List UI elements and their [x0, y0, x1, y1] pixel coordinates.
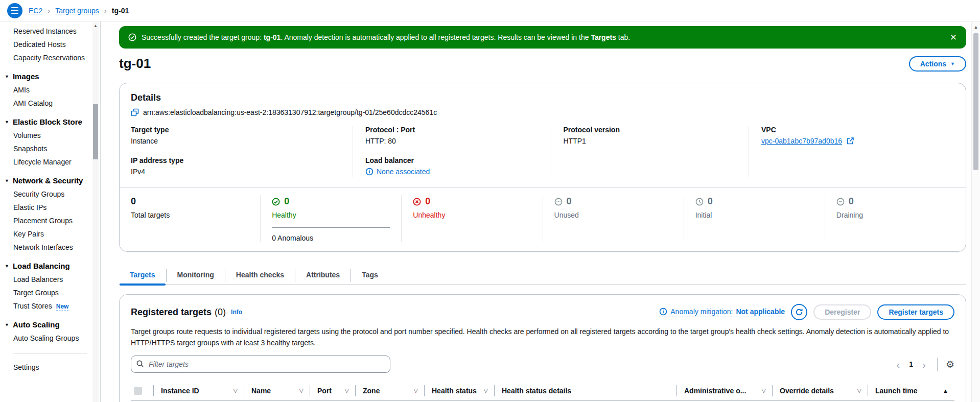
sidebar-item-volumes[interactable]: Volumes: [0, 129, 100, 142]
load-balancer-value: None associated: [377, 168, 430, 176]
sidebar-item-load-balancers[interactable]: Load Balancers: [0, 273, 100, 286]
anomaly-mitigation-label: Anomaly mitigation:: [670, 308, 733, 316]
previous-page-icon[interactable]: ‹: [893, 359, 903, 370]
sidebar-item-lifecycle-manager[interactable]: Lifecycle Manager: [0, 155, 100, 169]
info-icon: [659, 308, 667, 316]
anomalous-count: 0 Anomalous: [272, 234, 390, 242]
close-icon[interactable]: ✕: [950, 33, 957, 42]
sidebar-scrollbar[interactable]: ▲: [92, 22, 99, 402]
protocol-version-value: HTTP1: [564, 137, 749, 145]
filter-icon[interactable]: ▽: [857, 387, 861, 394]
triangle-down-icon: ▼: [5, 120, 9, 125]
sidebar-item-snapshots[interactable]: Snapshots: [0, 142, 100, 155]
sidebar-section-label: Elastic Block Store: [13, 117, 82, 126]
select-all-checkbox[interactable]: [134, 387, 142, 395]
sidebar-item-settings[interactable]: Settings: [0, 361, 100, 374]
sidebar-item-ami-catalog[interactable]: AMI Catalog: [0, 97, 100, 110]
filter-icon[interactable]: ▽: [484, 387, 488, 394]
sidebar-section-auto-scaling[interactable]: ▼Auto Scaling: [0, 318, 100, 332]
scroll-up-icon[interactable]: ▲: [92, 22, 99, 28]
sidebar-item-security-groups[interactable]: Security Groups: [0, 187, 100, 201]
target-type-value: Instance: [131, 137, 353, 145]
tab-targets[interactable]: Targets: [119, 266, 166, 285]
next-page-icon[interactable]: ›: [919, 359, 929, 370]
refresh-button[interactable]: [791, 304, 807, 320]
column-health-status-details: Health status details: [495, 387, 676, 395]
refresh-icon: [795, 308, 803, 316]
sidebar-section-load-balancing[interactable]: ▼Load Balancing: [0, 259, 100, 273]
chevron-right-icon: ›: [104, 6, 107, 15]
sidebar-divider: [13, 353, 87, 353]
tab-monitoring[interactable]: Monitoring: [167, 266, 225, 285]
anomaly-mitigation-link[interactable]: Anomaly mitigation: Not applicable: [659, 308, 785, 317]
load-balancer-none-associated-link[interactable]: None associated: [365, 168, 430, 177]
sort-ascending-icon[interactable]: ▲: [943, 388, 948, 394]
ip-address-type-value: IPv4: [131, 168, 353, 176]
pagination: ‹ 1 › ⚙: [893, 358, 954, 371]
sidebar-section-network-security[interactable]: ▼Network & Security: [0, 174, 100, 187]
filter-targets-input[interactable]: [131, 356, 390, 373]
filter-icon[interactable]: ▽: [762, 387, 766, 394]
sidebar-item-dedicated-hosts[interactable]: Dedicated Hosts: [0, 38, 100, 51]
stat-unhealthy: 0 Unhealthy: [401, 195, 542, 242]
sidebar-section-label: Load Balancing: [13, 262, 70, 270]
table-header-row: Instance ID▽ Name▽ Port▽ Zone▽ Health st…: [131, 381, 954, 400]
new-badge: New: [56, 303, 69, 311]
check-circle-icon: [272, 198, 280, 206]
registered-targets-description: Target groups route requests to individu…: [131, 326, 954, 348]
copy-icon[interactable]: [131, 108, 139, 116]
sidebar-item-elastic-ips[interactable]: Elastic IPs: [0, 201, 100, 214]
filter-icon[interactable]: ▽: [299, 387, 304, 394]
sidebar-item-placement-groups[interactable]: Placement Groups: [0, 214, 100, 227]
ip-address-type-label: IP address type: [131, 156, 353, 164]
preferences-gear-icon[interactable]: ⚙: [946, 360, 954, 369]
page-scrollbar[interactable]: ▲: [971, 22, 980, 402]
breadcrumb-ec2[interactable]: EC2: [29, 7, 42, 15]
column-launch-time: Launch time▲: [868, 387, 954, 395]
hamburger-menu-icon[interactable]: [7, 3, 22, 18]
scrollbar-thumb[interactable]: [93, 104, 98, 159]
filter-icon[interactable]: ▽: [414, 387, 418, 394]
sidebar-item-capacity-reservations[interactable]: Capacity Reservations: [0, 51, 100, 64]
tab-attributes[interactable]: Attributes: [295, 266, 351, 285]
sidebar-section-images[interactable]: ▼Images: [0, 69, 100, 83]
sidebar-item-label: Trust Stores: [13, 302, 52, 310]
breadcrumb-target-groups[interactable]: Target groups: [55, 7, 99, 15]
tab-tags[interactable]: Tags: [351, 266, 389, 285]
sidebar-item-amis[interactable]: AMIs: [0, 83, 100, 97]
sidebar: Reserved Instances Dedicated Hosts Capac…: [0, 21, 101, 402]
vpc-link[interactable]: vpc-0ab1abc7b97ad0b16: [761, 137, 842, 145]
search-icon: [136, 360, 144, 368]
sidebar-item-target-groups[interactable]: Target Groups: [0, 286, 100, 299]
current-page-number[interactable]: 1: [906, 360, 916, 368]
scroll-up-icon[interactable]: ▲: [972, 22, 980, 30]
tab-health-checks[interactable]: Health checks: [225, 266, 295, 285]
info-link[interactable]: Info: [231, 309, 242, 316]
success-flash-banner: Successfully created the target group: t…: [119, 26, 966, 49]
sidebar-item-auto-scaling-groups[interactable]: Auto Scaling Groups: [0, 332, 100, 345]
sidebar-item-key-pairs[interactable]: Key Pairs: [0, 227, 100, 241]
minus-circle-icon: [836, 198, 845, 206]
filter-icon[interactable]: ▽: [345, 387, 349, 394]
column-instance-id: Instance ID▽: [154, 387, 244, 395]
sidebar-item-reserved-instances[interactable]: Reserved Instances: [0, 25, 100, 38]
register-targets-button[interactable]: Register targets: [877, 304, 954, 320]
sidebar-item-network-interfaces[interactable]: Network Interfaces: [0, 241, 100, 254]
unused-value: 0: [567, 196, 572, 207]
external-link-icon[interactable]: [846, 137, 854, 145]
target-group-arn: arn:aws:elasticloadbalancing:us-east-2:1…: [143, 108, 437, 116]
info-icon: [365, 168, 374, 176]
page-title: tg-01: [119, 56, 151, 72]
filter-icon[interactable]: ▽: [234, 387, 238, 394]
scrollbar-thumb[interactable]: [973, 33, 978, 170]
actions-button[interactable]: Actions ▼: [909, 56, 966, 72]
column-port: Port▽: [310, 387, 355, 395]
column-health-status: Health status▽: [425, 387, 494, 395]
initial-label: Initial: [695, 211, 813, 219]
sidebar-item-trust-stores[interactable]: Trust StoresNew: [0, 299, 100, 313]
total-targets-value: 0: [131, 196, 136, 207]
deregister-button[interactable]: Deregister: [813, 304, 871, 320]
main-content: Successfully created the target group: t…: [101, 21, 980, 402]
registered-targets-title: Registered targets: [131, 307, 212, 318]
sidebar-section-elastic-block-store[interactable]: ▼Elastic Block Store: [0, 115, 100, 129]
